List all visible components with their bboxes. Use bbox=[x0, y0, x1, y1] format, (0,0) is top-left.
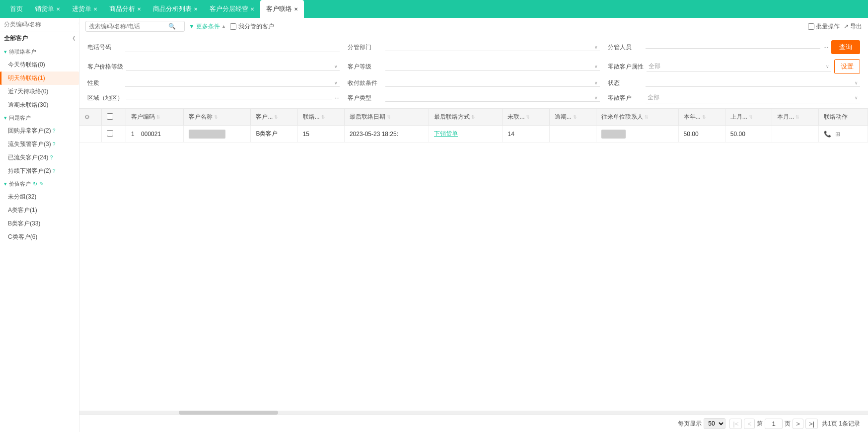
row-name: ████ bbox=[183, 126, 251, 143]
settings-button[interactable]: 设置 bbox=[834, 59, 860, 74]
sidebar-item-tomorrow[interactable]: 明天待联络(1) bbox=[0, 72, 79, 85]
customer-table: ⚙ 客户编码 ⇅ 客户名称 bbox=[79, 109, 868, 143]
my-customers-check[interactable] bbox=[230, 23, 236, 30]
last-page-button[interactable]: >| bbox=[805, 419, 818, 429]
sidebar-item-class-a[interactable]: A类客户(1) bbox=[0, 204, 79, 217]
horizontal-scrollbar[interactable] bbox=[79, 411, 868, 415]
sidebar-item-repurchase[interactable]: 回购异常客户(2) ? bbox=[0, 124, 79, 138]
customer-level-chevron: ∨ bbox=[594, 64, 598, 69]
col-year-amount[interactable]: 本年... ⇅ bbox=[678, 109, 725, 126]
query-button[interactable]: 查询 bbox=[831, 40, 860, 54]
select-all-checkbox[interactable] bbox=[107, 113, 113, 120]
col-overdue[interactable]: 逾期... ⇅ bbox=[549, 109, 596, 126]
filter-button[interactable]: ▼ 更多条件 ▲ bbox=[189, 22, 226, 31]
customer-type-select[interactable]: ∨ bbox=[385, 94, 600, 102]
region-input[interactable] bbox=[126, 97, 332, 99]
retail-customer-chevron: ∨ bbox=[855, 95, 858, 100]
scrollbar-thumb[interactable] bbox=[179, 411, 278, 415]
sidebar-item-today[interactable]: 今天待联络(0) bbox=[0, 58, 79, 72]
first-page-button[interactable]: |< bbox=[729, 419, 742, 429]
nav-customer-contact[interactable]: 客户联络 ✕ bbox=[260, 0, 304, 18]
sidebar-item-overdue[interactable]: 逾期未联络(30) bbox=[0, 98, 79, 112]
sidebar-item-ungroup[interactable]: 未分组(32) bbox=[0, 190, 79, 204]
col-type[interactable]: 客户... ⇅ bbox=[251, 109, 297, 126]
row-last-method[interactable]: 下销货单 bbox=[429, 126, 502, 143]
retail-customer-select[interactable]: 全部 ∨ bbox=[646, 92, 860, 103]
page-input[interactable] bbox=[765, 419, 783, 429]
col-name[interactable]: 客户名称 ⇅ bbox=[183, 109, 251, 126]
sidebar-item-lostwarning[interactable]: 流失预警客户(3) ? bbox=[0, 138, 79, 151]
edit-value-icon[interactable]: ✎ bbox=[39, 181, 44, 187]
sidebar-item-class-c[interactable]: C类客户(6) bbox=[0, 230, 79, 244]
filter-icon: ▼ bbox=[189, 23, 195, 30]
refresh-icon[interactable]: ↻ bbox=[33, 181, 37, 187]
row-checkbox bbox=[102, 126, 126, 143]
action-icons: 📞 ⊞ bbox=[824, 131, 863, 138]
per-page-select[interactable]: 50 bbox=[704, 418, 725, 429]
retail-attr-select[interactable]: 全部 ∨ bbox=[647, 61, 831, 72]
nav-customer-tier[interactable]: 客户分层经营 ✕ bbox=[204, 0, 260, 18]
col-uncontacted[interactable]: 未联... ⇅ bbox=[503, 109, 549, 126]
nav-purchase[interactable]: 进货单 ✕ bbox=[66, 0, 103, 18]
prev-page-button[interactable]: < bbox=[744, 419, 755, 429]
col-last-method[interactable]: 最后联络方式 ⇅ bbox=[429, 109, 502, 126]
nav-goods-analysis[interactable]: 商品分析 ✕ bbox=[103, 0, 147, 18]
close-customer-tier-tab[interactable]: ✕ bbox=[250, 6, 254, 12]
main-layout: 🔍 全部客户 《 待联络客户 今天待联络(0) 明天待联络(1) 近7天待联络(… bbox=[0, 18, 868, 432]
close-customer-contact-tab[interactable]: ✕ bbox=[294, 6, 298, 12]
nav-goods-list[interactable]: 商品分析列表 ✕ bbox=[147, 0, 204, 18]
sidebar-search-input[interactable] bbox=[4, 21, 78, 28]
sidebar-collapse-icon: 《 bbox=[70, 35, 75, 42]
sidebar-item-week[interactable]: 近7天待联络(0) bbox=[0, 85, 79, 98]
phone-input[interactable] bbox=[125, 43, 340, 52]
close-purchase-tab[interactable]: ✕ bbox=[93, 6, 97, 12]
close-goods-analysis-tab[interactable]: ✕ bbox=[137, 6, 141, 12]
sidebar-item-class-b[interactable]: B类客户(33) bbox=[0, 217, 79, 230]
status-chevron: ∨ bbox=[855, 80, 858, 85]
region-dots[interactable]: ··· bbox=[335, 94, 340, 101]
price-level-select[interactable]: ∨ bbox=[126, 63, 340, 71]
filter-payment: 收付款条件 ∨ bbox=[348, 79, 600, 87]
row-last-method-link[interactable]: 下销货单 bbox=[434, 130, 458, 137]
col-code[interactable]: 客户编码 ⇅ bbox=[126, 109, 184, 126]
payment-select[interactable]: ∨ bbox=[385, 79, 600, 87]
status-select[interactable]: ∨ bbox=[646, 79, 860, 87]
col-unit-contact[interactable]: 往来单位联系人 ⇅ bbox=[596, 109, 678, 126]
gender-select[interactable]: ∨ bbox=[125, 79, 340, 87]
price-level-label: 客户价格等级 bbox=[87, 63, 123, 71]
col-this-month[interactable]: 本月... ⇅ bbox=[772, 109, 819, 126]
person-dots[interactable]: ··· bbox=[823, 44, 828, 51]
sidebar-item-lost[interactable]: 已流失客户(24) ? bbox=[0, 151, 79, 164]
action-grid-icon[interactable]: ⊞ bbox=[835, 131, 840, 138]
dept-select[interactable]: ∨ bbox=[385, 44, 600, 51]
close-sales-tab[interactable]: ✕ bbox=[56, 6, 60, 12]
nav-sales[interactable]: 销货单 ✕ bbox=[29, 0, 66, 18]
gear-icon[interactable]: ⚙ bbox=[84, 114, 90, 121]
row-select-checkbox[interactable] bbox=[107, 130, 113, 137]
col-last-date[interactable]: 最后联络日期 ⇅ bbox=[344, 109, 429, 126]
customer-level-select[interactable]: ∨ bbox=[385, 63, 600, 71]
content-area: 🔍 ▼ 更多条件 ▲ 我分管的客户 批量操作 ↗ 导出 bbox=[79, 18, 868, 432]
person-input[interactable] bbox=[646, 46, 820, 49]
sidebar-all-customers[interactable]: 全部客户 《 bbox=[0, 31, 79, 46]
batch-button[interactable]: 批量操作 bbox=[808, 22, 840, 31]
sidebar-item-declining[interactable]: 持续下滑客户(2) ? bbox=[0, 164, 79, 178]
last-month-sort-icon: ⇅ bbox=[749, 115, 753, 120]
nav-home[interactable]: 首页 bbox=[4, 0, 29, 18]
close-goods-list-tab[interactable]: ✕ bbox=[194, 6, 198, 12]
filter-retail-customer: 零散客户 全部 ∨ bbox=[608, 92, 860, 103]
batch-checkbox[interactable] bbox=[808, 23, 814, 30]
per-page-selector: 每页显示 50 bbox=[678, 418, 725, 429]
action-phone-icon[interactable]: 📞 bbox=[824, 131, 831, 138]
search-icon[interactable]: 🔍 bbox=[168, 23, 176, 30]
next-page-button[interactable]: > bbox=[793, 419, 803, 429]
col-contact-count[interactable]: 联络... ⇅ bbox=[297, 109, 344, 126]
row-name-masked: ████ bbox=[189, 130, 225, 139]
my-customers-checkbox[interactable]: 我分管的客户 bbox=[230, 22, 274, 31]
export-button[interactable]: ↗ 导出 bbox=[844, 22, 862, 31]
col-last-month[interactable]: 上月... ⇅ bbox=[725, 109, 772, 126]
last-method-sort-icon: ⇅ bbox=[471, 115, 475, 120]
filter-gender: 性质 ∨ bbox=[87, 79, 340, 87]
unit-contact-masked: ██ bbox=[601, 130, 626, 139]
search-input[interactable] bbox=[89, 23, 168, 30]
